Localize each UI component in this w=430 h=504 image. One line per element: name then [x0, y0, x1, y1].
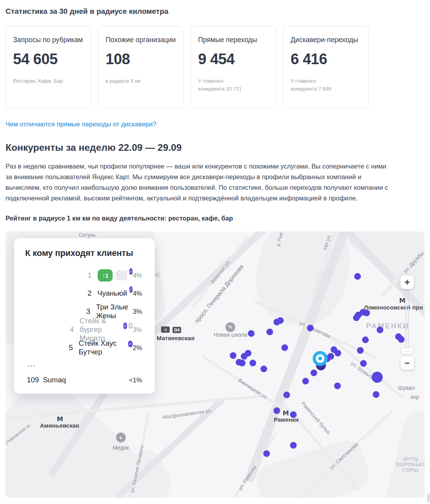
zoom-out-button[interactable]: − — [400, 356, 414, 370]
share-percent: <1% — [129, 376, 142, 384]
competitor-marker[interactable] — [230, 352, 236, 359]
stat-card-caption: У главного конкурента 7 699 — [291, 77, 361, 93]
stat-card-category-queries: Запросы по рубрикам 54 605 Ресторан, Каф… — [6, 26, 91, 109]
stat-card-value: 9 454 — [198, 51, 269, 68]
diameter-line-icon: = — [161, 326, 170, 333]
position-up-badge: ↑1 — [98, 269, 113, 282]
competitor-marker[interactable] — [281, 344, 288, 351]
competitor-marker[interactable] — [283, 392, 290, 398]
zoom-in-button[interactable]: + — [400, 276, 414, 289]
map-label: Матвеевская — [157, 334, 195, 341]
competitor-marker[interactable] — [274, 319, 280, 326]
share-percent: 3% — [133, 326, 142, 334]
stat-card-value: 6 416 — [291, 51, 361, 68]
ranking-row: 1↑1✓4% — [21, 266, 148, 284]
competitor-marker[interactable] — [334, 383, 341, 389]
transitions-faq-link[interactable]: Чем отличаются прямые переходы от дискав… — [6, 120, 156, 128]
zoom-slider-track[interactable] — [406, 289, 409, 349]
stat-card-title: Запросы по рубрикам — [13, 35, 84, 44]
competitor-marker[interactable] — [290, 411, 297, 418]
competitor-marker[interactable] — [363, 310, 370, 317]
map-label: ГОРЫ — [403, 467, 419, 472]
stat-card-title: Прямые переходы — [198, 35, 269, 44]
competitor-marker[interactable] — [249, 360, 256, 367]
competitor-marker[interactable] — [267, 329, 273, 335]
competitors-section-title: Конкуренты за неделю 22.09 — 29.09 — [6, 142, 424, 153]
share-percent: 4% — [133, 290, 142, 297]
metro-icon: М — [399, 297, 406, 304]
stat-card-value: 108 — [106, 51, 176, 68]
competitor-marker[interactable] — [302, 378, 309, 385]
share-percent: 2% — [133, 344, 142, 352]
road-badge-d4: D4 — [172, 327, 181, 333]
stat-card-caption: У главного конкурента 10 771 — [198, 77, 269, 93]
stat-card-discovery-transitions: Дискавери-переходы 6 416 У главного конк… — [283, 26, 369, 109]
gray-badge-icon — [128, 323, 133, 329]
competitor-marker[interactable] — [307, 324, 313, 331]
competitor-marker[interactable] — [274, 408, 280, 414]
rank: 3 — [86, 307, 94, 316]
censored-company-name — [116, 271, 127, 280]
map[interactable]: + − К кому приходят клиенты 1↑1✓4%2Чуань… — [6, 232, 424, 498]
rating-scope-label: Рейтинг в радиусе 1 км км по виду деятел… — [6, 215, 424, 222]
pin-core — [318, 357, 322, 361]
page-scrollbar-thumb[interactable] — [427, 494, 430, 502]
selected-location-pin[interactable] — [313, 351, 328, 366]
competitor-marker[interactable] — [353, 315, 360, 321]
ranking-row-own: 109 Sumaq <1% — [24, 376, 145, 384]
share-percent: 4% — [133, 272, 142, 279]
competitor-marker[interactable] — [248, 330, 254, 337]
map-label: Медок — [113, 445, 129, 451]
map-area-patch — [378, 408, 424, 498]
metro-icon: М — [283, 410, 289, 417]
medical-icon: + — [116, 433, 126, 443]
competitor-marker[interactable] — [362, 337, 369, 343]
clients-ranking-panel: К кому приходят клиенты 1↑1✓4%2Чуаньюй✓4… — [14, 238, 155, 394]
map-label: Аминьевская — [40, 422, 79, 429]
stat-card-caption: Ресторан, Кафе, Бар — [13, 77, 84, 85]
competitor-marker[interactable] — [357, 347, 364, 354]
competitor-marker[interactable] — [398, 336, 405, 343]
verified-badge-icon: ✓ — [129, 268, 133, 275]
competitor-marker[interactable] — [261, 366, 267, 372]
verified-badge-icon: ✓ — [129, 286, 133, 293]
competitor-marker[interactable] — [373, 391, 379, 398]
ranking-row: 4Стейк & бургер Мирато...✓3% — [21, 321, 148, 339]
competitor-marker[interactable] — [354, 273, 361, 280]
map-label: Ломоносовский про — [364, 304, 423, 311]
map-label: ИНТЦ — [403, 456, 418, 461]
map-label: Шувал — [398, 385, 415, 391]
rank: 2 — [87, 289, 95, 298]
company-name: Стейк Хаус Бутчер — [79, 339, 126, 356]
stat-card-similar-orgs: Похожие организации 108 в радиусе 5 км — [98, 26, 184, 109]
verified-badge-icon: ✓ — [123, 322, 127, 329]
rank: 109 — [27, 376, 39, 384]
rank: 4 — [70, 325, 78, 334]
rank: 1 — [87, 271, 95, 280]
competitor-marker[interactable] — [241, 353, 248, 360]
stat-card-title: Дискавери-переходы — [291, 35, 361, 44]
competitor-marker[interactable] — [377, 327, 384, 334]
map-label: Новая школа — [214, 332, 247, 338]
competitor-marker[interactable] — [290, 442, 297, 449]
competitor-marker[interactable] — [311, 370, 317, 376]
ranking-ellipsis: ... — [28, 360, 145, 369]
map-label: Сетунь — [79, 232, 96, 238]
stat-card-caption: в радиусе 5 км — [106, 77, 176, 85]
competitor-marker[interactable] — [263, 450, 270, 457]
competitor-marker[interactable] — [239, 360, 246, 367]
rank: 5 — [69, 343, 77, 352]
ranking-row: 5Стейк Хаус Бутчер✓2% — [21, 339, 148, 357]
stat-card-value: 54 605 — [13, 51, 84, 68]
competitor-marker-large[interactable] — [372, 372, 383, 383]
company-name: Sumaq — [43, 376, 66, 384]
competitor-marker[interactable] — [334, 350, 341, 357]
competitor-marker[interactable] — [360, 360, 367, 367]
company-name: Чуаньюй — [97, 289, 127, 298]
map-label: РАМЕНКИ — [366, 322, 410, 330]
stats-section-title: Статистика за 30 дней в радиусе километр… — [6, 7, 424, 16]
zoom-slider-handle[interactable] — [402, 348, 413, 354]
ranking-rows: 1↑1✓4%2Чуаньюй✓4%3Три Злые Жены3%4Стейк … — [21, 266, 148, 357]
stat-cards-row: Запросы по рубрикам 54 605 Ресторан, Каф… — [6, 26, 424, 109]
share-percent: 3% — [133, 308, 142, 315]
